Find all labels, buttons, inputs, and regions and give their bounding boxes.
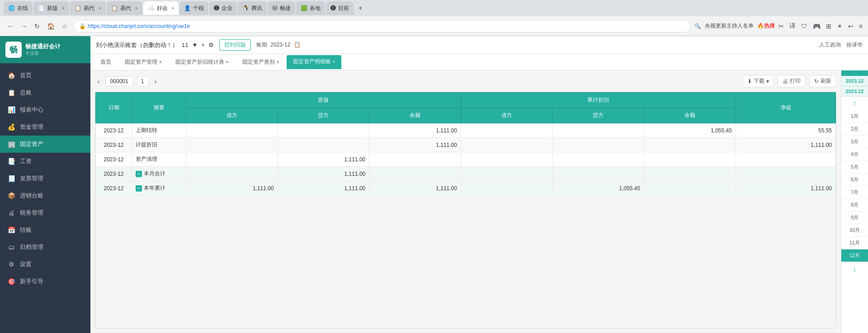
cell-acc-balance: [644, 181, 736, 196]
menu-icon[interactable]: ≡: [859, 23, 863, 30]
browser-tab-qiye[interactable]: 🅒 企业: [209, 1, 237, 15]
tax-icon: 🖨: [7, 209, 15, 217]
gamepad-icon[interactable]: 🎮: [813, 23, 821, 30]
logo-text: 畅捷通好会计: [25, 43, 61, 51]
edit-period-icon[interactable]: 📋: [294, 42, 301, 48]
tab-close-icon[interactable]: ×: [159, 60, 162, 65]
download-button[interactable]: ⬇ 下载 ▾: [742, 75, 774, 87]
sidebar-item-guide[interactable]: 🎯 新手引导: [0, 273, 90, 290]
extension-icon[interactable]: 🛡: [801, 23, 807, 30]
period-title-label[interactable]: 期间选择: [841, 70, 868, 76]
browser-tab-gedi[interactable]: 🟩 各地: [296, 1, 325, 15]
browser-tab-changjie[interactable]: Ⓜ 畅捷: [268, 1, 295, 15]
period-month-10[interactable]: 10月: [841, 224, 868, 237]
add-company-button[interactable]: +: [201, 42, 205, 48]
period-month-8[interactable]: 8月: [841, 199, 868, 211]
tab-close-icon[interactable]: ×: [226, 60, 229, 65]
sidebar-item-purchase-sales[interactable]: 📦 进销台账: [0, 187, 90, 204]
tab-close-icon[interactable]: ×: [277, 60, 279, 65]
cell-acc-balance: 1,055.45: [644, 123, 736, 138]
bookmark-button[interactable]: ☆: [60, 21, 70, 32]
sidebar: 畅 畅捷通好会计 专业版 🏠 首页 📋 总账 📊 报表中心 💰 资金管理: [0, 36, 90, 333]
browser-tab-geshui[interactable]: 👤 个税: [179, 1, 208, 15]
tab-close-icon[interactable]: ×: [62, 6, 65, 11]
print-button[interactable]: 🖨 打印: [778, 75, 806, 87]
period-scroll-down[interactable]: ↓: [841, 262, 868, 276]
dropdown-icon[interactable]: ▼: [192, 42, 198, 48]
address-bar-input[interactable]: 🔒 https://cloud.chanjet.com/accounting/u…: [73, 20, 691, 33]
period-month-4[interactable]: 4月: [841, 148, 868, 161]
period-month-2[interactable]: 2月: [841, 123, 868, 136]
tab-close-icon[interactable]: ×: [135, 6, 138, 11]
browser-tab-yidai1[interactable]: 📋 易代 ×: [70, 1, 106, 15]
period-month-12[interactable]: 12月: [841, 249, 868, 262]
home-button[interactable]: 🏠: [45, 21, 57, 32]
translate-icon[interactable]: 译: [789, 22, 796, 30]
sidebar-item-settings[interactable]: ⚙ 设置: [0, 256, 90, 273]
tab-asset-detail[interactable]: 固定资产明细账 ×: [287, 55, 342, 69]
period-month-9[interactable]: 9月: [841, 211, 868, 224]
sidebar-logo: 畅 畅捷通好会计 专业版: [0, 36, 90, 63]
grid-icon[interactable]: ⊞: [826, 23, 831, 30]
tab-close-icon[interactable]: ×: [333, 59, 335, 64]
period-selected-end[interactable]: 2023.12: [841, 86, 868, 97]
forward-button[interactable]: →: [19, 21, 29, 32]
company-count: 11: [182, 42, 188, 48]
funds-icon: 💰: [7, 123, 15, 131]
period-month-1[interactable]: 1月: [841, 110, 868, 123]
reload-button[interactable]: ↻: [33, 21, 42, 32]
cell-acc-credit: 1,055.45: [552, 181, 644, 196]
cell-summary: 上期结转: [132, 123, 186, 138]
hot-search-label[interactable]: 🔥热搜: [757, 22, 775, 30]
sidebar-item-invoice[interactable]: 🧾 发票管理: [0, 170, 90, 187]
period-month-6[interactable]: 6月: [841, 174, 868, 186]
browser-tab-online[interactable]: 🌐 在线: [4, 1, 33, 15]
brightness-icon[interactable]: ☀: [837, 23, 843, 30]
sidebar-item-archive[interactable]: 🗂 归档管理: [0, 239, 90, 256]
tab-depreciation-stats[interactable]: 固定资产折旧统计表 ×: [169, 56, 235, 69]
browser-tab-muqian[interactable]: 🅢 目前: [326, 1, 354, 15]
tab-close-icon[interactable]: ×: [99, 6, 101, 11]
refresh-button[interactable]: ↻ 刷新: [809, 75, 836, 87]
next-arrow[interactable]: ›: [151, 77, 159, 86]
sidebar-item-tax[interactable]: 🖨 税务管理: [0, 204, 90, 221]
switch-version-button[interactable]: 切到旧版: [219, 39, 251, 51]
tab-asset-category[interactable]: 固定资产类别 ×: [236, 56, 286, 69]
sidebar-item-fixed-assets[interactable]: 🏢 固定资产: [0, 136, 90, 153]
sidebar-item-salary[interactable]: 📑 工资: [0, 153, 90, 170]
browser-tab-tengxun[interactable]: 🐧 腾讯: [238, 1, 267, 15]
sidebar-item-general-ledger[interactable]: 📋 总账: [0, 84, 90, 101]
back-button[interactable]: ←: [5, 21, 15, 32]
scissors-icon[interactable]: ✂: [778, 23, 784, 30]
browser-tab-new[interactable]: 📄 新版 ×: [33, 1, 69, 15]
dropdown-arrow-icon: ▾: [766, 78, 769, 84]
sidebar-item-reports[interactable]: 📊 报表中心: [0, 101, 90, 118]
period-month-3[interactable]: 3月: [841, 136, 868, 148]
browser-tab-haokuai[interactable]: ☁️ 好会 ×: [143, 1, 179, 15]
cell-date: 2023-12: [96, 123, 132, 138]
browser-tab-yidai2[interactable]: 📋 易代 ×: [107, 1, 142, 15]
sidebar-item-close-period[interactable]: 📅 结账: [0, 221, 90, 239]
sidebar-item-home[interactable]: 🏠 首页: [0, 67, 90, 84]
new-tab-button[interactable]: +: [354, 2, 366, 14]
prev-arrow[interactable]: ‹: [95, 77, 103, 86]
download-label: 下载: [754, 77, 764, 85]
tab-label: 各地: [310, 5, 321, 12]
table-row: 2023-12 +本年累计 1,111.00 1,111.00 1,111.00…: [96, 181, 836, 196]
tab-close-icon[interactable]: ×: [172, 6, 175, 11]
period-month-5[interactable]: 5月: [841, 161, 868, 174]
period-month-11[interactable]: 11月: [841, 237, 868, 249]
settings-icon[interactable]: ⚙: [208, 42, 214, 48]
sidebar-item-funds[interactable]: 💰 资金管理: [0, 118, 90, 136]
period-selected-start[interactable]: 2023.12: [841, 76, 868, 86]
action-buttons: ⬇ 下载 ▾ 🖨 打印 ↻ 刷新: [742, 75, 836, 87]
tab-home[interactable]: 首页: [94, 56, 118, 69]
customer-service-button[interactable]: 人工咨询: [819, 41, 841, 49]
cell-acc-credit: [552, 167, 644, 181]
cell-acc-credit: [552, 152, 644, 167]
tab-fixed-asset-management[interactable]: 固定资产管理 ×: [118, 56, 168, 69]
tab-label: 在线: [17, 5, 28, 12]
history-icon[interactable]: ↩: [848, 23, 854, 30]
period-month-7[interactable]: 7月: [841, 186, 868, 199]
period-scroll-up[interactable]: ↑: [841, 97, 868, 110]
